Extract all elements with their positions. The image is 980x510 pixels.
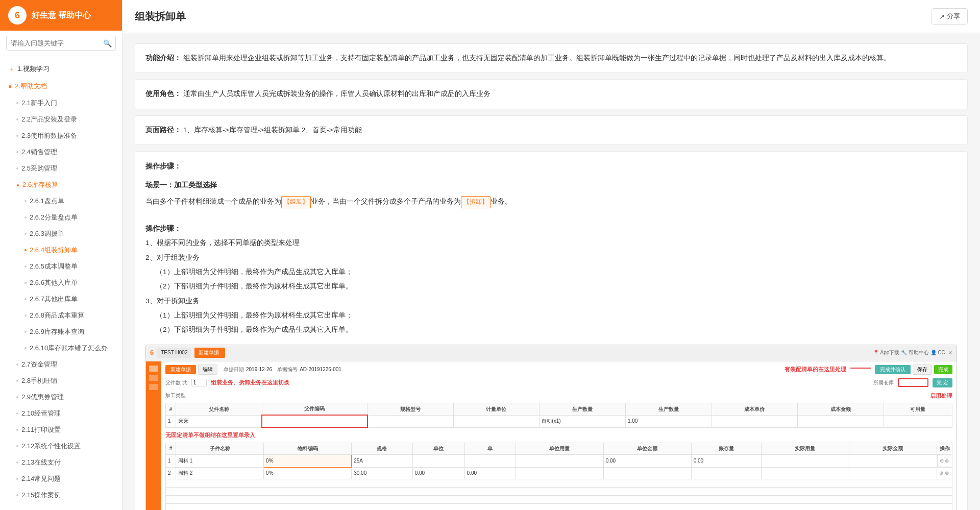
sidebar-item-2-6-7[interactable]: 2.6.7其他出库单	[0, 291, 122, 307]
mock-date-label: 单据日期	[224, 365, 244, 374]
nav-sub-label-2-11: 2.11打印设置	[21, 425, 61, 434]
annotation-text-4: 组装业务、拆卸业务在这里切换	[211, 378, 289, 388]
sidebar-item-2-6-1[interactable]: 2.6.1盘点单	[0, 193, 122, 209]
mock-td2-2-3: 0%	[264, 467, 352, 479]
sidebar-item-2-6-10[interactable]: 2.6.10库存账本错了怎么办	[0, 340, 122, 356]
mock-warehouse-input[interactable]	[898, 378, 928, 387]
sidebar-item-2-6-5[interactable]: 2.6.5成本调整单	[0, 258, 122, 275]
mock-btn-edit[interactable]: 编辑	[198, 365, 217, 375]
sidebar-item-2-10[interactable]: 2.10经营管理	[0, 405, 122, 422]
mock-td2-2-5: 0.00	[412, 467, 464, 479]
mock-btn-ok[interactable]: 完 定	[933, 378, 952, 387]
search-icon: 🔍	[103, 39, 112, 47]
mock-table2-row4	[166, 487, 952, 495]
sidebar-item-2-3[interactable]: 2.3使用前数据准备	[0, 128, 122, 144]
sidebar-item-2-8[interactable]: 2.8手机旺铺	[0, 373, 122, 389]
mock-input-code[interactable]	[264, 418, 290, 424]
mock-del-icon[interactable]: ⊗	[945, 456, 949, 466]
dot-icon	[16, 135, 18, 137]
dot-icon	[16, 151, 18, 153]
nav-sub-label-2-12: 2.12系统个性化设置	[21, 442, 81, 451]
mock-body: 新建单据 编辑 单据日期 2019-12-26 单据编号 AD-20191226…	[146, 361, 957, 510]
mock-td2-2-11	[849, 467, 937, 479]
sidebar-item-2-11[interactable]: 2.11打印设置	[0, 422, 122, 438]
annotation-text-1: 有装配清单的在这里处理	[785, 365, 846, 375]
mock-del-icon-2[interactable]: ⊗	[945, 470, 949, 476]
nav-label-1: 1.视频学习	[17, 64, 50, 74]
mock-th-amount: 成本金额	[798, 403, 884, 416]
sidebar-item-2-6[interactable]: ● 2.6库存核算	[0, 177, 122, 193]
dot-icon	[16, 478, 18, 480]
mock-td2-2-7	[516, 467, 603, 479]
mock-td2-1-8: 0.00	[603, 454, 691, 467]
mock-count-input[interactable]	[191, 379, 207, 386]
sidebar-item-2-6-4[interactable]: 2.6.4组装拆卸单	[0, 242, 122, 258]
step2-1: （1）上部明细为父件明细，最终作为产成品生成其它入库单；	[145, 266, 957, 278]
nav-item-video[interactable]: ＋ 1.视频学习	[0, 60, 122, 78]
mock-close-icon: ×	[948, 347, 952, 359]
mock-th2-actual: 实际用量	[761, 443, 849, 454]
sidebar-item-2-14[interactable]: 2.14常见问题	[0, 471, 122, 487]
main-header: 组装拆卸单 ↗ 分享	[122, 0, 980, 33]
func-intro-label: 功能介绍：	[145, 54, 181, 62]
mock-btn-complete[interactable]: 完成	[934, 365, 952, 374]
mock-td2-1-3: 0%	[264, 454, 352, 467]
nav-list: ＋ 1.视频学习 ● 2.帮助文档 2.1新手入门 2.2产品安装及登录	[0, 56, 122, 510]
dot-icon	[24, 314, 27, 317]
sidebar-item-2-6-9[interactable]: 2.6.9库存账本查询	[0, 324, 122, 340]
search-input[interactable]	[6, 36, 116, 51]
mock-th-name: 父件名称	[176, 403, 262, 416]
nav-label-2: 2.帮助文档	[15, 82, 47, 91]
nav-sub-label-2-8: 2.8手机旺铺	[21, 376, 57, 385]
mock-td2-2-1: 2	[166, 467, 176, 479]
mock-toolbar: 新建单据 编辑 单据日期 2019-12-26 单据编号 AD-20191226…	[165, 365, 952, 375]
dot-icon	[16, 380, 18, 382]
nav-sub-list-2: 2.1新手入门 2.2产品安装及登录 2.3使用前数据准备 2.4销售管理 2.…	[0, 95, 122, 503]
nav-sub-label-2-6-5: 2.6.5成本调整单	[30, 262, 78, 271]
mock-company: TEST-H002	[157, 348, 191, 358]
sidebar-item-2-2[interactable]: 2.2产品安装及登录	[0, 111, 122, 128]
sidebar-item-2-5[interactable]: 2.5采购管理	[0, 160, 122, 177]
dot-icon	[16, 445, 18, 447]
nav-sub-label-2-6-3: 2.6.3调拨单	[30, 229, 64, 238]
sidebar-item-2-6-6[interactable]: 2.6.6其他入库单	[0, 275, 122, 291]
mock-td2-2-9	[691, 467, 761, 479]
mock-th-price: 成本单价	[712, 403, 798, 416]
sidebar-item-2-13[interactable]: 2.13在线支付	[0, 454, 122, 471]
mock-btn-save[interactable]: 保存	[913, 365, 932, 375]
sidebar-item-2-6-3[interactable]: 2.6.3调拨单	[0, 226, 122, 242]
mock-th-code: 父件编码	[262, 403, 367, 416]
nav-item-docs[interactable]: ● 2.帮助文档 2.1新手入门 2.2产品安装及登录 2.3使用前数据准备	[0, 78, 122, 503]
sidebar-item-2-4[interactable]: 2.4销售管理	[0, 144, 122, 160]
sidebar-item-2-15[interactable]: 2.15操作案例	[0, 487, 122, 503]
mock-copy-icon[interactable]: ⊕	[940, 456, 944, 466]
mock-btn-add[interactable]: 新建单据	[165, 365, 196, 374]
mock-td2-1-6	[464, 454, 516, 467]
sidebar-item-2-9[interactable]: 2.9优惠券管理	[0, 389, 122, 405]
scenario1-desc: 当由多个子件材料组装成一个成品的业务为【组装】业务，当由一个父件拆分成多个子产品…	[145, 196, 957, 208]
mock-td-1-4	[368, 415, 454, 427]
sidebar-item-2-6-2[interactable]: 2.6.2分量盘点单	[0, 209, 122, 226]
mock-btn-confirm[interactable]: 完成并确认	[875, 365, 911, 374]
minus-icon-2-6: ●	[16, 182, 19, 188]
mock-titlebar: 6 TEST-H002 新建单据- 📍 App下载 🔧 帮助中心 👤 CC ×	[146, 345, 957, 361]
dot-icon	[24, 331, 27, 333]
nav-sub-label-2-6-10: 2.6.10库存账本错了怎么办	[30, 344, 108, 353]
tag-disassemble: 【拆卸】	[461, 196, 491, 208]
mock-td2-1-9: 0.00	[691, 454, 761, 467]
ops-title: 操作步骤：	[145, 160, 957, 173]
sidebar-item-2-6-8[interactable]: 2.6.8商品成本重算	[0, 307, 122, 324]
app-title: 好生意 帮助中心	[32, 10, 91, 21]
sidebar-item-2-7[interactable]: 2.7资金管理	[0, 356, 122, 373]
mock-copy-icon-2[interactable]: ⊕	[939, 470, 943, 476]
nav-sub-label-2-6-6: 2.6.6其他入库单	[30, 278, 78, 287]
share-button[interactable]: ↗ 分享	[932, 8, 968, 25]
mock-td-1-9	[798, 415, 884, 427]
nav-sub-label-2-6-2: 2.6.2分量盘点单	[30, 213, 78, 222]
func-intro-card: 功能介绍： 组装拆卸单用来处理企业组装或拆卸等加工业务，支持有固定装配清单的产品…	[135, 43, 968, 73]
role-text: 通常由生产人员或库管人员完成拆装业务的操作，库管人员确认原材料的出库和产成品的入…	[183, 90, 491, 98]
sidebar-item-2-12[interactable]: 2.12系统个性化设置	[0, 438, 122, 454]
step3-1: （1）上部明细为父件明细，最终作为原材料生成其它出库单；	[145, 309, 957, 322]
dot-icon	[24, 233, 27, 235]
sidebar-item-2-1[interactable]: 2.1新手入门	[0, 95, 122, 111]
